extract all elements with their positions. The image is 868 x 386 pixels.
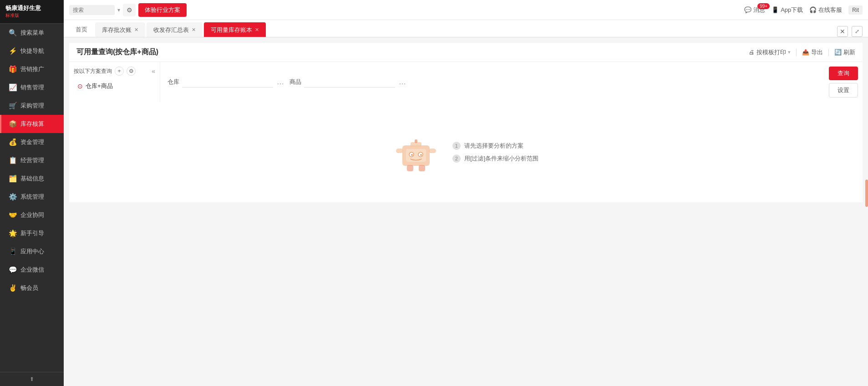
trial-button[interactable]: 体验行业方案 <box>138 3 187 17</box>
page-title: 可用量查询(按仓库+商品) <box>76 47 158 57</box>
sidebar-icon-wechat: 💬 <box>9 266 17 274</box>
sidebar-icon-quicknav: ⚡ <box>9 47 17 55</box>
user-name: Rit <box>852 7 859 13</box>
field-settings-button[interactable]: 设置 <box>829 83 858 98</box>
sidebar-icon-inventory: 📦 <box>9 120 17 128</box>
message-badge: 99+ <box>757 3 770 9</box>
tab-close-batch-account[interactable]: ✕ <box>134 27 138 33</box>
scheme-settings-button[interactable]: ⚙ <box>127 67 136 76</box>
refresh-button[interactable]: 🔄 刷新 <box>834 48 855 57</box>
sidebar-label-inventory: 库存核算 <box>20 120 44 128</box>
svg-point-4 <box>411 154 413 156</box>
message-button[interactable]: 💬 消息 99+ <box>744 6 765 14</box>
svg-rect-8 <box>396 149 403 153</box>
sidebar-item-inventory[interactable]: 📦库存核算 <box>0 115 64 133</box>
sidebar-item-marketing[interactable]: 🎁营销推广 <box>0 60 64 78</box>
sidebar-scroll: 🔍搜索菜单⚡快捷导航🎁营销推广📈销售管理🛒采购管理📦库存核算💰资金管理📋经营管理… <box>0 24 64 372</box>
product-more-icon[interactable]: … <box>399 78 406 86</box>
sidebar-icon-finance: 💰 <box>9 138 17 146</box>
sidebar-item-system[interactable]: ⚙️系统管理 <box>0 188 64 206</box>
empty-tip-1: 1 请先选择要分析的方案 <box>452 142 538 150</box>
sidebar-label-newguide: 新手引导 <box>20 229 44 237</box>
sidebar-item-membership[interactable]: ✌️畅会员 <box>0 279 64 297</box>
sidebar-icon-search: 🔍 <box>9 29 17 37</box>
add-scheme-button[interactable]: + <box>115 67 124 76</box>
tab-collect-summary[interactable]: 收发存汇总表✕ <box>147 22 203 37</box>
scheme-item-warehouse-product[interactable]: ⊙ 仓库+商品 <box>74 79 155 93</box>
empty-state-inner: 1 请先选择要分析的方案 2 用[过滤]条件来缩小分析范围 <box>393 129 538 175</box>
divider-2 <box>828 49 829 56</box>
sidebar-icon-operations: 📋 <box>9 156 17 165</box>
tabbar: 首页库存批次账✕收发存汇总表✕可用量库存账本✕ ✕ ⤢ <box>64 20 868 37</box>
print-button[interactable]: 🖨 按模板打印 ▾ <box>749 48 791 57</box>
topbar: ▾ ⚙ 体验行业方案 💬 消息 99+ 📱 App下载 🎧 在线客服 Rit <box>64 0 868 20</box>
warehouse-more-icon[interactable]: … <box>277 78 284 86</box>
tip-text-2: 用[过滤]条件来缩小分析范围 <box>464 154 538 163</box>
app-download-button[interactable]: 📱 App下载 <box>772 6 803 14</box>
sidebar-label-appcenter: 应用中心 <box>20 247 44 256</box>
sidebar-bottom[interactable]: ⬆ <box>0 372 64 386</box>
warehouse-label: 仓库 <box>168 78 179 86</box>
query-button[interactable]: 查询 <box>829 67 858 80</box>
scheme-icon: ⊙ <box>77 82 83 90</box>
svg-point-5 <box>420 154 422 156</box>
tab-home[interactable]: 首页 <box>69 22 94 37</box>
sidebar-item-sales[interactable]: 📈销售管理 <box>0 78 64 97</box>
sidebar-item-appcenter[interactable]: 📱应用中心 <box>0 242 64 261</box>
topbar-gear-icon[interactable]: ⚙ <box>123 4 136 16</box>
print-label: 按模板打印 <box>756 48 786 57</box>
sidebar-item-newguide[interactable]: 🌟新手引导 <box>0 224 64 242</box>
collapse-button[interactable]: « <box>152 67 155 75</box>
refresh-label: 刷新 <box>843 48 855 57</box>
online-service-button[interactable]: 🎧 在线客服 <box>809 6 842 14</box>
svg-rect-11 <box>419 165 425 171</box>
tab-close-available-book[interactable]: ✕ <box>255 27 259 33</box>
sidebar-icon-purchase: 🛒 <box>9 102 17 110</box>
svg-rect-9 <box>429 149 436 153</box>
sidebar-item-search[interactable]: 🔍搜索菜单 <box>0 24 64 42</box>
tip-text-1: 请先选择要分析的方案 <box>464 142 523 150</box>
breadcrumb-input[interactable] <box>69 5 115 15</box>
sidebar-item-wechat[interactable]: 💬企业微信 <box>0 261 64 279</box>
sidebar-item-operations[interactable]: 📋经营管理 <box>0 151 64 170</box>
headset-icon: 🎧 <box>809 6 817 13</box>
sidebar-item-purchase[interactable]: 🛒采购管理 <box>0 97 64 115</box>
tab-label-home: 首页 <box>76 26 87 34</box>
query-panel-inner: 按以下方案查询 + ⚙ « ⊙ 仓库+商品 仓库 … <box>69 62 863 102</box>
tab-batch-account[interactable]: 库存批次账✕ <box>95 22 145 37</box>
user-profile-button[interactable]: Rit <box>848 5 863 15</box>
sidebar-label-search: 搜索菜单 <box>20 29 44 37</box>
sidebar-label-wechat: 企业微信 <box>20 266 44 274</box>
warehouse-input[interactable] <box>182 77 273 87</box>
online-service-label: 在线客服 <box>818 6 842 14</box>
empty-tips: 1 请先选择要分析的方案 2 用[过滤]条件来缩小分析范围 <box>452 142 538 163</box>
sidebar-icon-membership: ✌️ <box>9 284 17 292</box>
breadcrumb-chevron-icon: ▾ <box>117 7 120 13</box>
tip-num-2: 2 <box>452 154 461 163</box>
app-download-label: App下载 <box>781 6 803 14</box>
sidebar-item-basicinfo[interactable]: 🗂️基础信息 <box>0 170 64 188</box>
sidebar-label-operations: 经营管理 <box>20 156 44 165</box>
tab-close-collect-summary[interactable]: ✕ <box>192 27 196 33</box>
query-fields-section: 仓库 … 商品 … <box>160 62 824 102</box>
sidebar-item-enterprise[interactable]: 🤝企业协同 <box>0 206 64 224</box>
sidebar-item-finance[interactable]: 💰资金管理 <box>0 133 64 151</box>
svg-rect-7 <box>415 139 417 143</box>
message-icon: 💬 <box>744 6 751 13</box>
tabbar-right: ✕ ⤢ <box>837 26 863 37</box>
tab-expand-button[interactable]: ⤢ <box>852 26 863 37</box>
sidebar-item-quicknav[interactable]: ⚡快捷导航 <box>0 42 64 60</box>
sidebar-label-marketing: 营销推广 <box>20 65 44 73</box>
tab-available-book[interactable]: 可用量库存账本✕ <box>204 22 266 37</box>
sidebar-icon-newguide: 🌟 <box>9 229 17 237</box>
sidebar-logo: 畅康通好生意 标准版 <box>0 0 64 24</box>
sidebar-icon-sales: 📈 <box>9 83 17 92</box>
query-btn-section: 查询 设置 <box>824 62 863 102</box>
sidebar-icon-enterprise: 🤝 <box>9 211 17 219</box>
export-button[interactable]: 📤 导出 <box>802 48 823 57</box>
divider-1 <box>796 49 797 56</box>
tab-close-all-button[interactable]: ✕ <box>837 26 848 37</box>
product-input[interactable] <box>304 77 395 87</box>
scheme-header-label: 按以下方案查询 <box>74 67 112 75</box>
refresh-icon: 🔄 <box>834 49 842 56</box>
